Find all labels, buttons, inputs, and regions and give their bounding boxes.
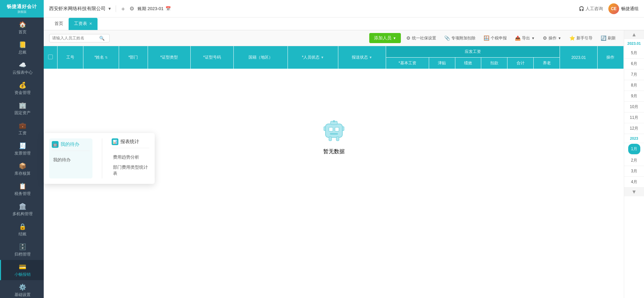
search-box[interactable]: 🔍 [49,34,110,42]
svg-rect-0 [326,124,342,137]
svg-point-9 [333,120,335,122]
th-report-status: 报送状态 ▼ [338,46,386,69]
tabbar: 首页 工资表 ✕ [44,18,644,30]
month-item-jan-active[interactable]: 1月 [628,144,640,155]
search-icon[interactable]: 🔍 [99,36,105,41]
topbar-gear-button[interactable]: ⚙ [129,5,134,12]
sidebar-label-basic: 基础设置 [14,292,31,298]
sidebar-item-ledger[interactable]: 📒 总账 [0,38,44,58]
close-icon: 🔒 [19,223,26,230]
month-item-6[interactable]: 6月 [624,59,644,69]
operation-label: 操作 [548,35,557,41]
th-checkbox[interactable] [44,46,57,69]
month-item-8[interactable]: 8月 [624,80,644,91]
month-item-apr[interactable]: 4月 [624,177,644,188]
export-label: 导出 [522,35,530,41]
popup-todo-item[interactable]: 我的待办 [52,155,90,165]
company-selector[interactable]: 西安虾米网络科技有限公司 ▼ [49,6,112,12]
sidebar-label-home: 首页 [18,29,27,35]
th-operation: 操作 [597,46,623,69]
sidebar-label-cloud-report: 云报表中心 [12,70,33,75]
month-nav-down[interactable]: ▼ [624,188,644,196]
support-button[interactable]: 🎧 人工咨询 [579,6,603,12]
sidebar-label-inventory: 库存核算 [14,171,31,176]
sidebar-item-invoice[interactable]: 🧾 发票管理 [0,139,44,159]
month-item-feb[interactable]: 2月 [624,155,644,166]
avatar-text: CE [611,6,617,11]
sidebar-item-fixed-assets[interactable]: 🏢 固定资产 [0,98,44,119]
tab-salary-table[interactable]: 工资表 ✕ [69,18,98,30]
sidebar-item-close[interactable]: 🔒 结账 [0,220,44,240]
tab-home[interactable]: 首页 [49,18,69,30]
month-item-11[interactable]: 11月 [624,112,644,123]
period-selector[interactable]: 账期 2023-01 📅 [138,6,171,12]
xiaochang-popup: 🤖 我的待办 我的待办 📊 报表统计 费用趋势分析 部门费用类型统计表 [44,133,155,184]
tax-report-icon: 🪟 [484,35,489,41]
special-deduction-label: 专项附加扣除 [451,35,476,41]
tax-report-label: 个税申报 [491,35,507,41]
month-item-12[interactable]: 12月 [624,123,644,134]
user-menu[interactable]: CE 畅捷通组 [608,3,639,14]
name-sort-icon[interactable]: ⇅ [105,56,108,59]
sidebar-label-ledger: 总账 [18,49,27,55]
month-item-5[interactable]: 5月 [624,48,644,59]
status-filter-icon[interactable]: ▼ [320,56,324,59]
popup-todo-icon: 🤖 [52,141,59,148]
sidebar-item-basic[interactable]: ⚙️ 基础设置 [0,280,44,298]
logo-title: 畅捷通好会计 [7,4,37,10]
tax-icon: 📋 [19,183,26,190]
popup-reports-title: 报表统计 [120,139,139,145]
sidebar-item-xiaochang[interactable]: 💳 小畅报销 [0,260,44,280]
export-action[interactable]: 📤 导出 ▼ [512,34,537,42]
month-item-10[interactable]: 10月 [624,102,644,112]
th-empid: 工号 [57,46,83,69]
th-idnumber: *证型号码 [191,46,234,69]
th-deduction: 扣款 [481,58,507,69]
sidebar: 畅捷通好会计 旗舰版 🏠 首页 📒 总账 ☁️ 云报表中心 💰 资金管理 🏢 固… [0,0,44,298]
th-pension: 养老 [534,58,560,69]
sidebar-item-salary[interactable]: 💼 工资 [0,119,44,139]
sidebar-item-archive[interactable]: 🗄️ 归档管理 [0,240,44,260]
sidebar-item-inventory[interactable]: 📦 库存核算 [0,159,44,179]
sidebar-item-multi-org[interactable]: 🏛️ 多机构管理 [0,199,44,220]
sidebar-item-home[interactable]: 🏠 首页 [0,18,44,38]
sidebar-item-fund[interactable]: 💰 资金管理 [0,78,44,98]
social-security-action[interactable]: ⚙ 统一社保设置 [404,34,439,42]
period-value: 2023-01 [148,6,164,11]
guide-action[interactable]: ⭐ 新手引导 [567,34,595,42]
popup-todo-header: 🤖 我的待办 [52,141,90,151]
refresh-action[interactable]: 🔄 刷新 [598,34,618,42]
popup-dept-cost[interactable]: 部门费用类型统计表 [112,162,150,178]
multi-org-icon: 🏛️ [19,203,26,210]
sidebar-label-multi-org: 多机构管理 [12,211,33,217]
sidebar-item-cloud-report[interactable]: ☁️ 云报表中心 [0,58,44,78]
topbar-add-button[interactable]: ＋ [120,5,126,13]
tab-close-icon[interactable]: ✕ [89,22,92,26]
sidebar-label-fixed-assets: 固定资产 [14,110,31,116]
operation-action[interactable]: ⚙ 操作 ▼ [540,34,564,42]
sidebar-item-tax[interactable]: 📋 税务管理 [0,179,44,199]
basic-icon: ⚙️ [19,284,26,291]
month-item-7[interactable]: 7月 [624,69,644,80]
tab-home-label: 首页 [54,21,63,27]
home-icon: 🏠 [19,21,26,28]
month-item-mar[interactable]: 3月 [624,166,644,177]
tax-report-action[interactable]: 🪟 个税申报 [481,34,509,42]
svg-rect-5 [342,127,344,131]
topbar: 西安虾米网络科技有限公司 ▼ ＋ ⚙ 账期 2023-01 📅 🎧 人工咨询 C… [44,0,644,18]
logo-sub: 旗舰版 [17,10,27,14]
inventory-icon: 📦 [19,162,26,170]
add-person-button[interactable]: 添加人员 ▼ [369,33,401,43]
svg-rect-1 [329,127,333,131]
guide-icon: ⭐ [569,35,575,41]
search-input[interactable] [52,36,99,40]
special-deduction-action[interactable]: 📎 专项附加扣除 [442,34,478,42]
username: 畅捷通组 [621,6,639,12]
th-salary-group: 应发工资 [386,46,560,58]
report-filter-icon[interactable]: ▼ [369,56,372,59]
month-item-9[interactable]: 9月 [624,91,644,102]
popup-cost-trend[interactable]: 费用趋势分析 [112,152,150,162]
select-all-checkbox[interactable] [48,55,53,59]
th-bonus: 绩效 [455,58,481,69]
month-nav-up[interactable]: ▲ [624,30,644,39]
